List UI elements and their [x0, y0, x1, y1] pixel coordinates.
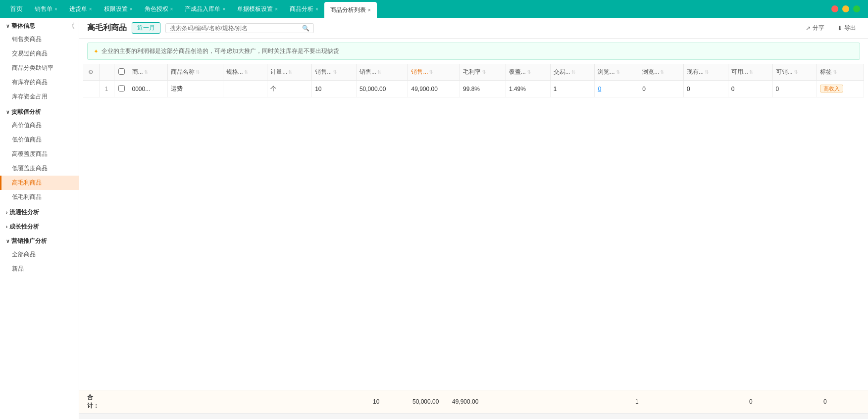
sidebar-group-liquidity[interactable]: › 流通性分析 [0, 204, 79, 219]
sidebar-item-high-value[interactable]: 高价值商品 [0, 118, 79, 133]
nav-purchase[interactable]: 进货单 × [63, 0, 98, 18]
export-icon: ⬇ [837, 25, 842, 32]
nav-product-analysis-close[interactable]: × [315, 6, 318, 12]
sidebar-group-growth[interactable]: › 成长性分析 [0, 219, 79, 233]
column-coverage[interactable]: 覆盖...⇅ [506, 64, 550, 81]
row-browse2: 0 [639, 81, 684, 97]
sort-icon-browse1: ⇅ [616, 69, 620, 75]
sidebar-collapse-button[interactable]: 《 [68, 22, 75, 31]
row-unit: 个 [267, 81, 312, 97]
sidebar-item-stocked-goods[interactable]: 有库存的商品 [0, 75, 79, 90]
column-sales-qty[interactable]: 销售...⇅ [312, 64, 357, 81]
sidebar-item-sales-goods[interactable]: 销售类商品 [0, 32, 79, 47]
row-sales-amt: 50,000.00 [356, 81, 408, 97]
sidebar-group-contribution[interactable]: ∨ 贡献值分析 [0, 104, 79, 118]
chevron-down-icon-3: ∨ [6, 238, 9, 244]
chevron-right-icon: › [6, 210, 7, 215]
row-coverage: 1.49% [506, 81, 550, 97]
nav-template-settings-close[interactable]: × [275, 6, 278, 12]
footer-stock-sell: 0 [820, 398, 860, 405]
sidebar-item-category-rate[interactable]: 商品分类助销率 [0, 61, 79, 75]
nav-product-entry[interactable]: 产成品入库单 × [179, 0, 231, 18]
column-browse1[interactable]: 浏览...⇅ [595, 64, 639, 81]
window-close-button[interactable] [831, 5, 838, 12]
column-code[interactable]: 商...⇅ [129, 64, 167, 81]
search-input[interactable] [170, 25, 300, 32]
column-sales-cost[interactable]: 销售...⇅ [408, 64, 460, 81]
nav-template-settings[interactable]: 单据模板设置 × [231, 0, 284, 18]
window-minimize-button[interactable] [842, 5, 849, 12]
sidebar-item-traded-goods[interactable]: 交易过的商品 [0, 47, 79, 61]
sort-icon-stock-avail: ⇅ [749, 69, 753, 75]
footer-trade: 1 [632, 398, 672, 405]
column-spec[interactable]: 规格...⇅ [223, 64, 267, 81]
column-gross-rate[interactable]: 毛利率⇅ [460, 64, 506, 81]
column-tag[interactable]: 标签⇅ [817, 64, 864, 81]
sidebar-group-marketing[interactable]: ∨ 营销推广分析 [0, 233, 79, 247]
nav-sales[interactable]: 销售单 × [29, 0, 63, 18]
sidebar-item-low-value[interactable]: 低价值商品 [0, 133, 79, 147]
table-container: ⚙ 商...⇅ 商品名称⇅ 规格...⇅ 计量...⇅ 销售...⇅ 销售...… [79, 64, 868, 390]
footer-browse2: 0 [746, 398, 786, 405]
row-name[interactable]: 运费 [167, 81, 223, 97]
sidebar-item-high-coverage[interactable]: 高覆盖度商品 [0, 147, 79, 161]
column-num [99, 64, 114, 81]
nav-product-entry-close[interactable]: × [222, 6, 225, 12]
horizontal-scrollbar[interactable] [79, 413, 868, 419]
column-settings[interactable]: ⚙ [83, 64, 99, 81]
nav-role-auth[interactable]: 角色授权 × [139, 0, 179, 18]
row-stock-sell: 0 [772, 81, 817, 97]
nav-product-analysis[interactable]: 商品分析 × [284, 0, 324, 18]
row-trade: 1 [550, 81, 595, 97]
footer-sales-amt: 50,000.00 [409, 398, 449, 405]
row-sales-qty: 10 [312, 81, 357, 97]
row-browse1[interactable]: 0 [595, 81, 639, 97]
window-maximize-button[interactable] [853, 5, 860, 12]
chevron-down-icon-2: ∨ [6, 109, 9, 115]
info-icon: ✦ [94, 48, 99, 55]
sort-icon: ⇅ [144, 69, 148, 75]
column-stock-avail[interactable]: 可用...⇅ [728, 64, 772, 81]
select-all-checkbox[interactable] [118, 68, 125, 75]
page-title: 高毛利商品 [87, 23, 127, 33]
nav-purchase-close[interactable]: × [89, 6, 92, 12]
sort-icon-sales-amt: ⇅ [377, 69, 381, 75]
window-controls [827, 5, 864, 12]
row-settings [83, 81, 99, 97]
sidebar-item-high-margin[interactable]: 高毛利商品 [0, 176, 79, 190]
sort-icon-stock-sell: ⇅ [794, 69, 798, 75]
sidebar-item-new-goods[interactable]: 新品 [0, 262, 79, 276]
footer-sales-cost: 49,900.00 [449, 398, 489, 405]
row-checkbox[interactable] [118, 85, 125, 92]
sidebar-item-all-goods[interactable]: 全部商品 [0, 247, 79, 262]
column-sales-amt[interactable]: 销售...⇅ [356, 64, 408, 81]
nav-permissions[interactable]: 权限设置 × [98, 0, 139, 18]
content-header: 高毛利商品 近一月 🔍 ↗ 分享 ⬇ 导出 [79, 18, 868, 39]
column-stock-sell[interactable]: 可销...⇅ [772, 64, 817, 81]
sort-icon-trade: ⇅ [571, 69, 575, 75]
table-header-row: ⚙ 商...⇅ 商品名称⇅ 规格...⇅ 计量...⇅ 销售...⇅ 销售...… [83, 64, 864, 81]
nav-product-analysis-list[interactable]: 商品分析列表 × [324, 2, 377, 18]
row-tag: 高收入 [817, 81, 864, 97]
sidebar-item-stock-capital[interactable]: 库存资金占用 [0, 90, 79, 104]
share-button[interactable]: ↗ 分享 [802, 22, 828, 34]
row-code[interactable]: 0000... [129, 81, 167, 97]
column-stock-now[interactable]: 现有...⇅ [684, 64, 728, 81]
nav-sales-close[interactable]: × [54, 6, 57, 12]
nav-home[interactable]: 首页 [4, 0, 29, 18]
sidebar-item-low-margin[interactable]: 低毛利商品 [0, 190, 79, 204]
export-button[interactable]: ⬇ 导出 [833, 22, 860, 34]
column-trade[interactable]: 交易...⇅ [550, 64, 595, 81]
sidebar-item-low-coverage[interactable]: 低覆盖度商品 [0, 161, 79, 176]
nav-role-auth-close[interactable]: × [170, 6, 173, 12]
row-num: 1 [99, 81, 114, 97]
column-name[interactable]: 商品名称⇅ [167, 64, 223, 81]
filter-month-button[interactable]: 近一月 [132, 22, 160, 34]
sort-icon-coverage: ⇅ [527, 69, 531, 75]
column-unit[interactable]: 计量...⇅ [267, 64, 312, 81]
column-browse2[interactable]: 浏览...⇅ [639, 64, 684, 81]
nav-product-analysis-list-close[interactable]: × [368, 7, 371, 13]
nav-permissions-close[interactable]: × [130, 6, 133, 12]
column-check [114, 64, 129, 81]
sidebar-group-overall[interactable]: ∨ 整体信息 [0, 18, 79, 32]
